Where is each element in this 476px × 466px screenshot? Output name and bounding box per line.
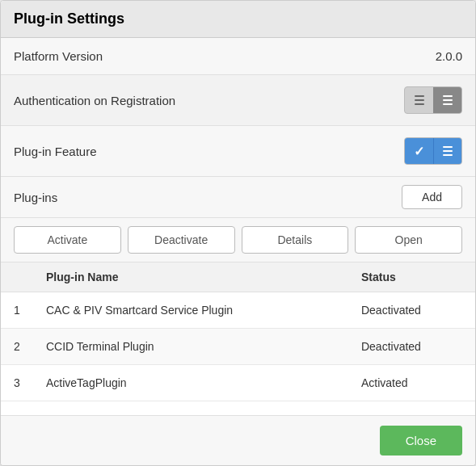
- col-number-header: [1, 262, 33, 292]
- platform-version-label: Platform Version: [14, 49, 103, 63]
- plugin-name: CAC & PIV Smartcard Service Plugin: [33, 292, 348, 329]
- plugin-status: Activated: [348, 365, 475, 401]
- auth-registration-toggle[interactable]: [404, 86, 462, 114]
- toggle-lines-icon: [415, 95, 424, 105]
- row-number: 1: [1, 292, 33, 329]
- plugins-section-title: Plug-ins: [14, 191, 57, 204]
- col-name-header: Plug-in Name: [33, 262, 348, 292]
- checkmark-icon: ✓: [414, 144, 424, 159]
- activate-button[interactable]: Activate: [14, 226, 121, 254]
- auth-registration-label: Authentication on Registration: [14, 94, 175, 107]
- auth-registration-row: Authentication on Registration: [1, 75, 475, 126]
- col-status-header: Status: [348, 262, 475, 292]
- deactivate-button[interactable]: Deactivate: [128, 226, 235, 254]
- toggle-lines-white-icon: [443, 95, 453, 105]
- plugin-name: CCID Terminal Plugin: [33, 329, 348, 365]
- plugins-table-wrapper: Plug-in Name Status 1CAC & PIV Smartcard…: [1, 262, 475, 415]
- table-row[interactable]: 2CCID Terminal PluginDeactivated: [1, 329, 475, 365]
- toggle-check-side: ✓: [405, 138, 433, 164]
- plugin-feature-toggle[interactable]: ✓: [404, 137, 462, 165]
- plugin-status: Deactivated: [348, 329, 475, 365]
- toggle-left-side: [405, 87, 433, 113]
- add-plugin-button[interactable]: Add: [402, 185, 462, 209]
- action-buttons-row: Activate Deactivate Details Open: [1, 218, 475, 262]
- plugin-settings-dialog: Plug-in Settings Platform Version 2.0.0 …: [0, 0, 476, 466]
- close-button[interactable]: Close: [380, 426, 462, 456]
- details-button[interactable]: Details: [242, 226, 349, 254]
- plugins-header: Plug-ins Add: [1, 177, 475, 218]
- table-row[interactable]: 1CAC & PIV Smartcard Service PluginDeact…: [1, 292, 475, 329]
- toggle-right-active-side: [433, 138, 462, 164]
- dialog-title: Plug-in Settings: [1, 1, 475, 38]
- plugin-feature-row: Plug-in Feature ✓: [1, 126, 475, 177]
- table-row[interactable]: 3ActiveTagPluginActivated: [1, 365, 475, 401]
- plugin-name: ActiveTagPlugin: [33, 365, 348, 401]
- platform-version-row: Platform Version 2.0.0: [1, 38, 475, 75]
- plugin-feature-label: Plug-in Feature: [14, 145, 97, 158]
- plugins-table: Plug-in Name Status 1CAC & PIV Smartcard…: [1, 262, 475, 401]
- row-number: 2: [1, 329, 33, 365]
- platform-version-value: 2.0.0: [436, 49, 462, 63]
- row-number: 3: [1, 365, 33, 401]
- toggle-lines-active-icon: [443, 146, 453, 156]
- dialog-footer: Close: [1, 415, 475, 465]
- toggle-right-side: [433, 87, 461, 113]
- open-button[interactable]: Open: [355, 226, 462, 254]
- plugin-status: Deactivated: [348, 292, 475, 329]
